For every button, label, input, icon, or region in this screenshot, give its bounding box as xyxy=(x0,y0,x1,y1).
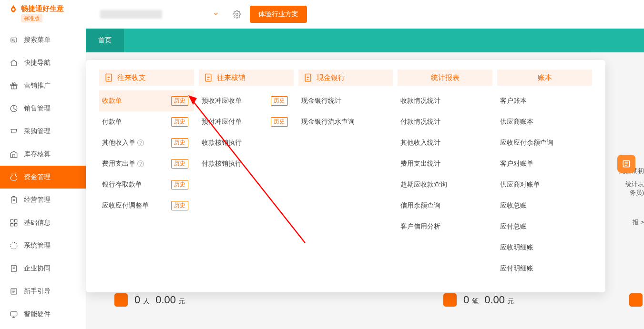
megamenu-item[interactable]: 银行存取款单历史 xyxy=(99,174,194,195)
sidebar-item-9[interactable]: 系统管理 xyxy=(0,234,86,257)
sidebar-item-label: 智能硬件 xyxy=(24,310,51,319)
megamenu-item[interactable]: 应收总账 xyxy=(497,195,592,216)
tab-home[interactable]: 首页 xyxy=(86,29,124,52)
megamenu-item-label: 付款情况统计 xyxy=(400,118,440,126)
sidebar-item-1[interactable]: 快捷导航 xyxy=(0,51,86,74)
history-badge[interactable]: 历史 xyxy=(171,201,188,210)
megamenu-item-label: 费用支出单? xyxy=(102,160,144,168)
sidebar-item-3[interactable]: 销售管理 xyxy=(0,97,86,120)
history-badge[interactable]: 历史 xyxy=(171,159,188,169)
megamenu-item-label: 客户信用分析 xyxy=(400,222,440,231)
sidebar-item-label: 搜索菜单 xyxy=(24,36,51,44)
kpi-values: 0人0.00元 xyxy=(134,294,185,306)
megamenu-item[interactable]: 客户对账单 xyxy=(497,153,592,174)
megamenu-item[interactable]: 费用支出单?历史 xyxy=(99,153,194,174)
history-badge[interactable]: 历史 xyxy=(171,96,188,106)
megamenu-col-4: 账本客户账本供应商账本应收应付余额查询客户对账单供应商对账单应收总账应付总账应收… xyxy=(497,70,592,283)
megamenu-item[interactable]: 收款情况统计 xyxy=(398,90,492,111)
megamenu-item[interactable]: 应付总账 xyxy=(497,216,592,237)
sidebar-item-label: 系统管理 xyxy=(24,241,51,250)
svg-rect-14 xyxy=(10,312,17,316)
megamenu-item[interactable]: 付款单历史 xyxy=(99,111,194,132)
history-badge[interactable]: 历史 xyxy=(271,96,288,106)
sidebar: 畅捷通好生意 标准版 搜索菜单快捷导航营销推广销售管理采购管理库存核算资金管理经… xyxy=(0,0,86,329)
megamenu-item[interactable]: 现金银行流水查询 xyxy=(298,111,393,132)
megamenu-col-header: 往来收支 xyxy=(99,70,194,86)
megamenu-item[interactable]: 收款单历史 xyxy=(99,90,194,111)
settings-button[interactable] xyxy=(230,7,244,21)
megamenu-item-label: 其他收入统计 xyxy=(400,139,440,147)
industry-plan-button[interactable]: 体验行业方案 xyxy=(250,6,307,23)
grid-icon xyxy=(10,219,18,227)
megamenu-item-label: 现金银行统计 xyxy=(301,97,341,105)
megamenu-item-label: 客户账本 xyxy=(500,97,527,105)
history-badge[interactable]: 历史 xyxy=(271,117,288,127)
sidebar-item-12[interactable]: 智能硬件 xyxy=(0,303,86,326)
megamenu-item[interactable]: 供应商对账单 xyxy=(497,174,592,195)
sidebar-item-6[interactable]: 资金管理 xyxy=(0,166,86,189)
help-icon[interactable]: ? xyxy=(137,160,144,167)
megamenu-item[interactable]: 超期应收款查询 xyxy=(398,174,492,195)
megamenu-item[interactable]: 收款核销执行 xyxy=(199,132,294,153)
megamenu-item[interactable]: 预付冲应付单历史 xyxy=(199,111,294,132)
svg-point-2 xyxy=(12,39,14,41)
megamenu-item[interactable]: 应收明细账 xyxy=(497,237,592,258)
megamenu-item[interactable]: 其他收入单?历史 xyxy=(99,132,194,153)
sidebar-item-5[interactable]: 库存核算 xyxy=(0,143,86,166)
megamenu-item[interactable]: 应收应付调整单历史 xyxy=(99,195,194,216)
sidebar-item-11[interactable]: 新手引导 xyxy=(0,280,86,303)
megamenu-col-header: 统计报表 xyxy=(398,70,492,86)
megamenu-item[interactable]: 费用支出统计 xyxy=(398,153,492,174)
report-tile-icon[interactable] xyxy=(617,155,635,173)
megamenu-item-label: 预收冲应收单 xyxy=(202,97,242,105)
megamenu-item-label: 应收总账 xyxy=(500,201,527,210)
sidebar-item-10[interactable]: 企业协同 xyxy=(0,257,86,280)
brand-name: 畅捷通好生意 xyxy=(21,4,64,13)
guide-icon xyxy=(10,287,18,296)
kpi-values: 0笔0.00元 xyxy=(463,294,514,306)
megamenu-item[interactable]: 信用余额查询 xyxy=(398,195,492,216)
right-link-stat-table[interactable]: 统计表 xyxy=(625,180,644,189)
help-icon[interactable]: ? xyxy=(137,140,144,146)
sidebar-item-8[interactable]: 基础信息 xyxy=(0,211,86,234)
megamenu-item-label: 付款核销执行 xyxy=(202,160,242,168)
megamenu-item[interactable]: 客户信用分析 xyxy=(398,216,492,237)
sidebar-item-4[interactable]: 采购管理 xyxy=(0,120,86,143)
sidebar-item-label: 销售管理 xyxy=(24,104,51,113)
sidebar-item-2[interactable]: 营销推广 xyxy=(0,74,86,97)
megamenu-col-title: 现金银行 xyxy=(317,73,345,82)
sidebar-menu: 搜索菜单快捷导航营销推广销售管理采购管理库存核算资金管理经营管理基础信息系统管理… xyxy=(0,29,86,326)
history-badge[interactable]: 历史 xyxy=(171,138,188,148)
sidebar-item-7[interactable]: 经营管理 xyxy=(0,189,86,211)
megamenu-col-header: 现金银行 xyxy=(298,70,393,86)
sidebar-item-label: 快捷导航 xyxy=(24,59,51,67)
megamenu-item-label: 收款情况统计 xyxy=(400,97,440,105)
history-badge[interactable]: 历史 xyxy=(171,117,188,127)
svg-rect-7 xyxy=(10,219,13,222)
sidebar-item-label: 采购管理 xyxy=(24,127,51,136)
history-badge[interactable]: 历史 xyxy=(171,180,188,189)
svg-rect-10 xyxy=(15,224,17,226)
megamenu-item-label: 现金银行流水查询 xyxy=(301,118,355,126)
megamenu-item[interactable]: 应收应付余额查询 xyxy=(497,132,592,153)
tenant-selector[interactable] xyxy=(95,6,224,23)
megamenu-col-title: 统计报表 xyxy=(431,73,460,82)
megamenu-item-label: 信用余额查询 xyxy=(400,201,440,210)
money-bag-icon xyxy=(10,173,18,181)
megamenu-item[interactable]: 预收冲应收单历史 xyxy=(199,90,294,111)
gift-icon xyxy=(10,81,18,90)
right-link-brief[interactable]: 报 > xyxy=(633,218,644,227)
megamenu-item[interactable]: 供应商账本 xyxy=(497,111,592,132)
megamenu-item[interactable]: 客户账本 xyxy=(497,90,592,111)
megamenu-item[interactable]: 付款情况统计 xyxy=(398,111,492,132)
document-icon xyxy=(204,73,213,82)
megamenu-item[interactable]: 现金银行统计 xyxy=(298,90,393,111)
megamenu-item[interactable]: 其他收入统计 xyxy=(398,132,492,153)
megamenu-item[interactable]: 付款核销执行 xyxy=(199,153,294,174)
home-icon xyxy=(10,59,18,67)
chart-icon xyxy=(10,104,18,113)
search-icon xyxy=(10,36,18,44)
svg-rect-9 xyxy=(10,224,13,226)
sidebar-item-0[interactable]: 搜索菜单 xyxy=(0,29,86,51)
megamenu-item[interactable]: 应付明细账 xyxy=(497,258,592,279)
